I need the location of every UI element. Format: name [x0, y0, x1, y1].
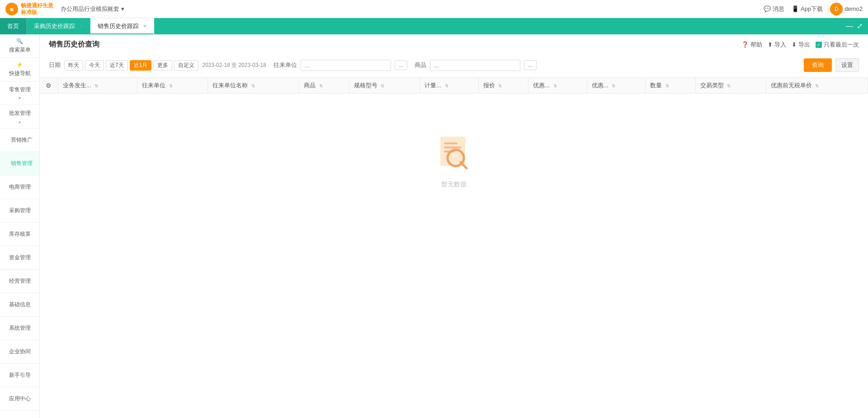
minimize-button[interactable]: —: [846, 23, 853, 30]
main-layout: 🔍 搜索菜单 ⚡ 快捷导航 零售管理 ▾ 批发管理 ▴ 营销推广 销售管理 电商…: [0, 34, 868, 418]
help-button[interactable]: ❓ 帮助: [741, 41, 762, 49]
product-filter-group: 商品 ...: [415, 60, 537, 71]
table-container: ⚙ 业务发生... ⇅ 往来单位 ⇅ 往来单位名称 ⇅: [40, 78, 868, 418]
gear-icon: ⚙: [46, 82, 52, 89]
top-bar-left: 畅 畅捷通好生意 标准版 办公用品行业模拟账套 ▾: [5, 2, 128, 15]
table-header-unit[interactable]: 计量... ⇅: [420, 78, 479, 94]
sidebar-item-sales[interactable]: 销售管理: [0, 152, 39, 176]
svg-point-8: [451, 153, 455, 157]
query-button[interactable]: 查询: [804, 58, 832, 72]
last-only-checkbox[interactable]: 只看最后一次: [816, 41, 859, 49]
table-header-partner-name[interactable]: 往来单位名称 ⇅: [208, 78, 299, 94]
table-header-spec[interactable]: 规格型号 ⇅: [349, 78, 420, 94]
product-filter-label: 商品: [415, 61, 426, 69]
table-header-qty[interactable]: 数量 ⇅: [646, 78, 695, 94]
tab-home[interactable]: 首页: [0, 18, 27, 34]
tab-bar-actions: — ⤢: [840, 18, 868, 34]
sales-label: 销售管理: [11, 160, 33, 167]
date-filter-label: 日期: [49, 61, 61, 69]
table-header-product[interactable]: 商品 ⇅: [299, 78, 349, 94]
sidebar-item-inventory[interactable]: 库存核算: [0, 223, 39, 246]
sort-icon: ⇅: [498, 83, 502, 88]
settings-button[interactable]: 设置: [835, 58, 859, 72]
top-bar: 畅 畅捷通好生意 标准版 办公用品行业模拟账套 ▾ 💬 消息 📱 App下载 D…: [0, 0, 868, 18]
tab-purchase-close[interactable]: ×: [80, 23, 83, 29]
page-header: 销售历史价查询 ❓ 帮助 ⬆ 导入 ⬇ 导出: [40, 34, 868, 78]
sort-icon: ⇅: [381, 83, 384, 88]
partner-ellipsis-btn[interactable]: ...: [395, 60, 407, 70]
enterprise-label: 企业协同: [9, 348, 31, 356]
product-input[interactable]: [430, 60, 520, 71]
help-icon: ❓: [741, 41, 749, 48]
table-header-discount1[interactable]: 优惠... ⇅: [528, 78, 587, 94]
chevron-down-icon: ▾: [121, 5, 124, 12]
table-header-partner-code[interactable]: 往来单位 ⇅: [137, 78, 208, 94]
sidebar-item-search[interactable]: 🔍 搜索菜单: [0, 34, 39, 58]
export-button[interactable]: ⬇ 导出: [792, 41, 810, 49]
sidebar-item-shortcuts[interactable]: ⚡ 快捷导航: [0, 58, 39, 81]
sort-icon: ⇅: [169, 83, 173, 88]
tab-sales-close[interactable]: ×: [143, 23, 146, 29]
import-button[interactable]: ⬆ 导入: [768, 41, 786, 49]
content-area: 销售历史价查询 ❓ 帮助 ⬆ 导入 ⬇ 导出: [40, 34, 868, 418]
sort-icon: ⇅: [727, 83, 731, 88]
top-bar-right: 💬 消息 📱 App下载 D demo2: [764, 3, 863, 15]
empty-state: 暂无数据: [40, 94, 868, 225]
table-header-date[interactable]: 业务发生... ⇅: [58, 78, 137, 94]
table-header-price[interactable]: 报价 ⇅: [478, 78, 528, 94]
date-btn-yesterday[interactable]: 昨天: [64, 60, 83, 71]
sidebar-item-system[interactable]: 系统管理: [0, 317, 39, 340]
empty-text: 暂无数据: [441, 180, 467, 189]
partner-input[interactable]: [301, 60, 391, 71]
sort-icon: ⇅: [553, 83, 557, 88]
date-btn-more[interactable]: 更多: [153, 60, 172, 71]
sidebar-item-basic-info[interactable]: 基础信息: [0, 293, 39, 317]
sidebar-item-enterprise[interactable]: 企业协同: [0, 340, 39, 364]
filter-row: 日期 昨天 今天 近7天 近1月 更多 自定义 2023-02-18 至 202…: [49, 55, 859, 77]
tab-purchase-history[interactable]: 采购历史价跟踪 ×: [27, 18, 90, 34]
table-header-trade-type[interactable]: 交易类型 ⇅: [695, 78, 766, 94]
maximize-button[interactable]: ⤢: [857, 23, 863, 30]
table-header-settings[interactable]: ⚙: [40, 78, 58, 94]
logo-text: 畅捷通好生意 标准版: [21, 2, 53, 15]
chevron-up-icon: ▴: [19, 119, 21, 124]
user-menu[interactable]: D demo2: [830, 3, 863, 15]
date-btn-custom[interactable]: 自定义: [174, 60, 198, 71]
table-header-discount2[interactable]: 优惠... ⇅: [587, 78, 646, 94]
sidebar-item-guide[interactable]: 新手引导: [0, 364, 39, 387]
empty-illustration: [431, 130, 476, 175]
message-icon: 💬: [764, 5, 771, 12]
sidebar-item-marketing[interactable]: 营销推广: [0, 128, 39, 152]
logo-icon: 畅: [5, 3, 18, 15]
product-ellipsis-btn[interactable]: ...: [524, 60, 537, 70]
sidebar-item-wholesale[interactable]: 批发管理 ▴: [0, 105, 39, 128]
date-btn-1month[interactable]: 近1月: [130, 60, 152, 71]
date-filter-row: 昨天 今天 近7天 近1月 更多 自定义 2023-02-18 至 2023-0…: [64, 60, 266, 71]
svg-rect-3: [444, 142, 458, 144]
table-header-pre-discount-price[interactable]: 优惠前无税单价 ⇅: [766, 78, 868, 94]
sidebar-item-ecommerce[interactable]: 电商管理: [0, 176, 39, 199]
ecommerce-label: 电商管理: [9, 183, 31, 191]
operations-label: 经营管理: [9, 277, 31, 285]
date-btn-today[interactable]: 今天: [85, 60, 104, 71]
system-label: 系统管理: [9, 324, 31, 332]
sidebar-item-finance[interactable]: 资金管理: [0, 246, 39, 270]
app-download-button[interactable]: 📱 App下载: [792, 5, 823, 13]
sidebar-item-retail[interactable]: 零售管理 ▾: [0, 81, 39, 105]
chevron-down-icon: ▾: [19, 95, 21, 100]
sidebar-item-wechat[interactable]: 企业微信: [0, 411, 39, 418]
logo-area: 畅 畅捷通好生意 标准版: [5, 2, 53, 15]
sidebar-item-operations[interactable]: 经营管理: [0, 270, 39, 293]
avatar: D: [830, 3, 843, 15]
data-table: ⚙ 业务发生... ⇅ 往来单位 ⇅ 往来单位名称 ⇅: [40, 78, 868, 225]
date-btn-7days[interactable]: 近7天: [106, 60, 128, 71]
app-center-label: 应用中心: [9, 395, 31, 403]
sort-icon: ⇅: [815, 83, 819, 88]
sort-icon: ⇅: [665, 83, 669, 88]
partner-filter-label: 往来单位: [274, 61, 297, 69]
message-button[interactable]: 💬 消息: [764, 5, 784, 13]
sidebar-item-purchase[interactable]: 采购管理: [0, 199, 39, 223]
tab-sales-history[interactable]: 销售历史价跟踪 ×: [90, 18, 154, 34]
app-selector[interactable]: 办公用品行业模拟账套 ▾: [57, 3, 128, 15]
sidebar-item-app-center[interactable]: 应用中心: [0, 387, 39, 411]
